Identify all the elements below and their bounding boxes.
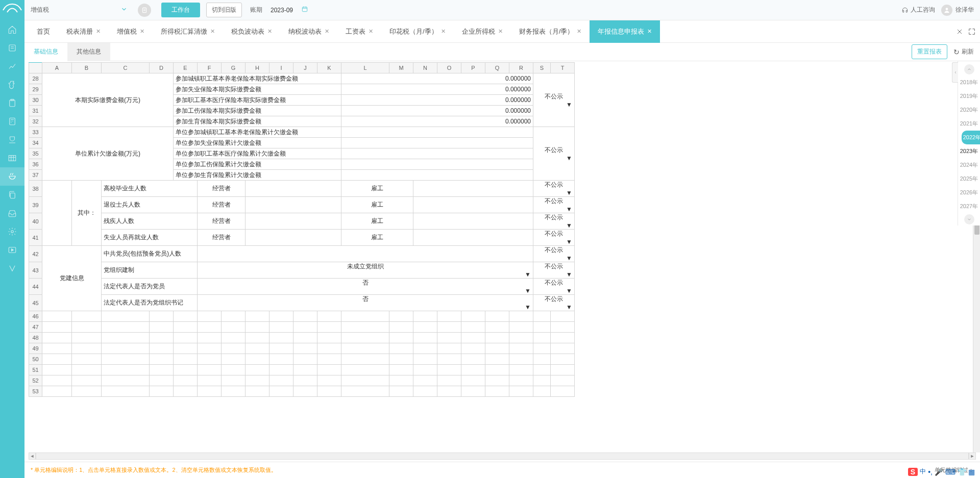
cell[interactable] xyxy=(102,365,150,375)
col-header-O[interactable]: O xyxy=(437,63,461,73)
cell[interactable] xyxy=(341,322,389,333)
row-number[interactable]: 53 xyxy=(29,386,42,397)
cell[interactable] xyxy=(198,311,222,322)
tab-close-icon[interactable]: ✕ xyxy=(96,28,101,35)
tab-9[interactable]: 财务报表（月/季）✕ xyxy=(511,20,590,43)
cell[interactable] xyxy=(293,354,317,365)
cell[interactable]: 不公示▼ xyxy=(533,246,575,262)
col-header-R[interactable]: R xyxy=(509,63,533,73)
cell[interactable] xyxy=(270,333,293,343)
row-number[interactable]: 35 xyxy=(29,148,42,159)
row-number[interactable]: 30 xyxy=(29,95,42,106)
cell[interactable]: 失业人员再就业人数 xyxy=(102,230,198,246)
cell[interactable] xyxy=(42,343,72,354)
subtab-1[interactable]: 其他信息 xyxy=(67,43,110,61)
cell[interactable] xyxy=(42,375,72,386)
cell[interactable] xyxy=(509,343,533,354)
row-number[interactable]: 28 xyxy=(29,73,42,84)
nav-inbox-icon[interactable] xyxy=(0,204,24,222)
col-header-B[interactable]: B xyxy=(72,63,102,73)
cell[interactable]: 参加失业保险本期实际缴费金额 xyxy=(174,84,341,95)
col-header-N[interactable]: N xyxy=(413,63,437,73)
cell[interactable] xyxy=(150,386,174,397)
workspace-button[interactable]: 工作台 xyxy=(161,3,200,17)
cell[interactable]: 经营者 xyxy=(198,230,246,246)
cell[interactable] xyxy=(246,213,341,230)
cell[interactable] xyxy=(437,343,461,354)
row-number[interactable]: 33 xyxy=(29,127,42,138)
cell[interactable] xyxy=(551,375,575,386)
cell[interactable]: 不公示▼ xyxy=(533,127,575,181)
cell[interactable] xyxy=(42,322,72,333)
cell[interactable] xyxy=(437,386,461,397)
cell[interactable] xyxy=(533,343,551,354)
tab-close-icon[interactable]: ✕ xyxy=(210,28,215,35)
col-header-T[interactable]: T xyxy=(551,63,575,73)
nav-clipboard-icon[interactable] xyxy=(0,94,24,112)
cell[interactable] xyxy=(389,375,413,386)
cell[interactable]: 不公示▼ xyxy=(533,73,575,127)
cell[interactable] xyxy=(413,230,533,246)
cell[interactable] xyxy=(461,386,485,397)
cell[interactable]: 否▼ xyxy=(198,279,533,295)
cell[interactable]: 不公示▼ xyxy=(533,279,575,295)
cell[interactable] xyxy=(270,322,293,333)
cell[interactable] xyxy=(270,386,293,397)
cell[interactable] xyxy=(461,375,485,386)
cell[interactable] xyxy=(317,354,341,365)
col-header-corner[interactable] xyxy=(29,63,42,73)
cell[interactable]: 中共党员(包括预备党员)人数 xyxy=(102,246,198,262)
tab-close-icon[interactable]: ✕ xyxy=(140,28,144,35)
cell[interactable] xyxy=(389,322,413,333)
cell[interactable] xyxy=(485,354,509,365)
row-number[interactable]: 34 xyxy=(29,138,42,148)
nav-settings-icon[interactable] xyxy=(0,222,24,241)
calendar-icon[interactable] xyxy=(299,6,308,14)
cell[interactable]: 经营者 xyxy=(198,213,246,230)
cell[interactable] xyxy=(413,322,437,333)
col-header-P[interactable]: P xyxy=(461,63,485,73)
cell[interactable] xyxy=(270,375,293,386)
nav-stamp-icon[interactable] xyxy=(0,131,24,149)
row-number[interactable]: 37 xyxy=(29,170,42,181)
subtab-0[interactable]: 基础信息 xyxy=(24,43,67,61)
tab-1[interactable]: 税表清册✕ xyxy=(58,20,109,43)
cell[interactable] xyxy=(341,148,533,159)
cell[interactable]: 经营者 xyxy=(198,181,246,197)
cell[interactable] xyxy=(102,311,150,322)
cell[interactable] xyxy=(317,343,341,354)
cell[interactable]: 0.000000 xyxy=(341,116,533,127)
year-2024年[interactable]: 2024年 xyxy=(959,158,979,172)
cell[interactable]: 0.000000 xyxy=(341,106,533,116)
cell[interactable] xyxy=(72,311,102,322)
tab-2[interactable]: 增值税✕ xyxy=(109,20,153,43)
cell[interactable]: 高校毕业生人数 xyxy=(102,181,198,197)
year-panel-handle[interactable] xyxy=(952,62,958,83)
close-all-icon[interactable] xyxy=(955,28,964,36)
cell[interactable]: 雇工 xyxy=(341,197,413,213)
year-down-button[interactable] xyxy=(964,214,974,224)
cell[interactable] xyxy=(509,354,533,365)
cell[interactable] xyxy=(174,343,198,354)
col-header-G[interactable]: G xyxy=(222,63,246,73)
user-menu[interactable]: 徐泽华 xyxy=(941,5,974,16)
year-2019年[interactable]: 2019年 xyxy=(959,89,979,103)
cell[interactable] xyxy=(461,311,485,322)
cell[interactable] xyxy=(485,343,509,354)
hscroll-left-icon[interactable]: ◄ xyxy=(29,452,36,460)
cell[interactable] xyxy=(533,365,551,375)
cell[interactable] xyxy=(533,375,551,386)
cell[interactable] xyxy=(150,354,174,365)
row-number[interactable]: 52 xyxy=(29,375,42,386)
tab-6[interactable]: 工资表✕ xyxy=(337,20,381,43)
cell[interactable] xyxy=(222,311,246,322)
cell[interactable] xyxy=(222,343,246,354)
tab-0[interactable]: 首页 xyxy=(29,20,58,43)
row-number[interactable]: 49 xyxy=(29,343,42,354)
cell[interactable] xyxy=(150,333,174,343)
cell[interactable] xyxy=(341,386,389,397)
cell[interactable] xyxy=(413,343,437,354)
year-up-button[interactable] xyxy=(964,64,974,74)
tab-close-icon[interactable]: ✕ xyxy=(498,28,503,35)
cell[interactable] xyxy=(341,343,389,354)
